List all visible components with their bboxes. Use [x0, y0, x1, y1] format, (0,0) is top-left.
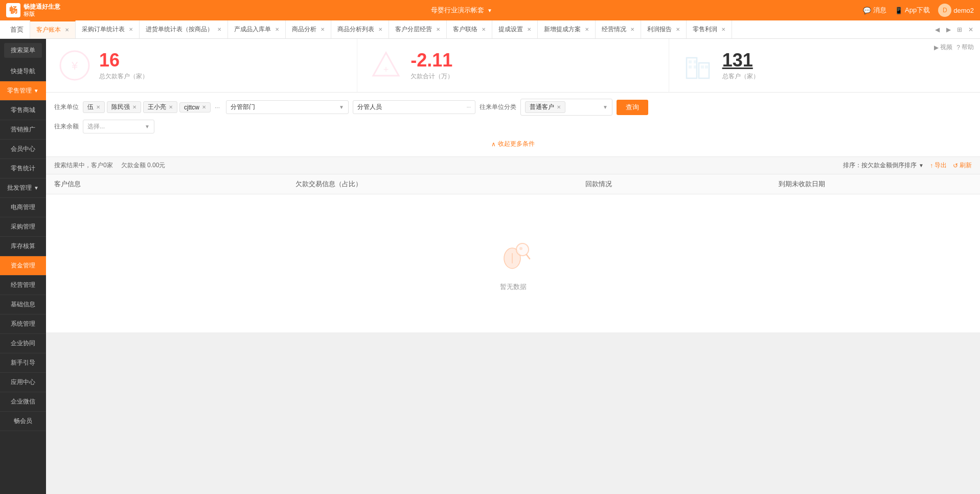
tab-close-icon[interactable]: ✕ — [321, 27, 325, 32]
sidebar-item-retail-stats[interactable]: 零售统计 — [0, 159, 46, 178]
tab-close-icon[interactable]: ✕ — [676, 27, 680, 32]
sidebar: 搜索菜单 快捷导航 零售管理 ▼ 零售商城 营销推广 会员中心 零售统计 批发管… — [0, 39, 46, 494]
sidebar-item-member-center[interactable]: 会员中心 — [0, 140, 46, 159]
message-button[interactable]: 💬 消息 — [863, 6, 886, 15]
tag-close-normal-customer[interactable]: ✕ — [557, 104, 561, 110]
tab-close-icon[interactable]: ✕ — [378, 27, 382, 32]
export-button[interactable]: ↑ 导出 — [930, 161, 947, 170]
tab-commission-settings[interactable]: 提成设置 ✕ — [492, 20, 538, 39]
tab-product-analysis[interactable]: 商品分析 ✕ — [286, 20, 331, 39]
filter-tag-wang: 王小亮 ✕ — [143, 101, 177, 113]
video-help-button[interactable]: ▶ 视频 — [934, 43, 952, 52]
tab-profit-report[interactable]: 利润报告 ✕ — [641, 20, 687, 39]
sidebar-item-newbie-guide[interactable]: 新手引导 — [0, 353, 46, 373]
workspace-selector[interactable]: 母婴行业演示帐套 ▼ — [431, 6, 492, 15]
download-icon: 📱 — [895, 7, 903, 14]
sidebar-item-retail-management[interactable]: 零售管理 ▼ — [0, 81, 46, 101]
logo-text: 畅捷通好生意 标版 — [24, 3, 60, 17]
sidebar-search-button[interactable]: 搜索菜单 — [4, 43, 42, 58]
tab-customer-contact[interactable]: 客户联络 ✕ — [447, 20, 492, 39]
chevron-down-icon: ▼ — [34, 88, 39, 94]
tab-close-icon[interactable]: ✕ — [217, 27, 221, 32]
tab-close-icon[interactable]: ✕ — [721, 27, 725, 32]
search-summary-right: 排序：按欠款金额倒序排序 ▼ ↑ 导出 ↺ 刷新 — [843, 161, 972, 170]
tab-close-icon[interactable]: ✕ — [275, 27, 279, 32]
tag-close-wang[interactable]: ✕ — [169, 104, 173, 110]
sidebar-item-retail-mall[interactable]: 零售商城 — [0, 101, 46, 120]
filter-dept-select[interactable]: 分管部门 ▼ — [226, 100, 349, 114]
filter-label-classify: 往来单位分类 — [480, 103, 516, 111]
svg-point-16 — [519, 247, 522, 250]
filter-label-balance: 往来余额 — [54, 122, 79, 131]
refresh-button[interactable]: ↺ 刷新 — [953, 161, 972, 170]
tab-prev-button[interactable]: ◀ — [932, 25, 942, 35]
sidebar-item-inventory[interactable]: 库存核算 — [0, 237, 46, 256]
tab-close-icon[interactable]: ✕ — [585, 27, 589, 32]
sidebar-item-basic-info[interactable]: 基础信息 — [0, 295, 46, 315]
sidebar-item-operation-management[interactable]: 经营管理 — [0, 276, 46, 295]
help-button[interactable]: ? 帮助 — [956, 43, 974, 52]
filter-person-select[interactable]: 分管人员 ··· — [353, 100, 475, 114]
sidebar-item-app-center[interactable]: 应用中心 — [0, 373, 46, 392]
tab-goods-stats[interactable]: 进货单统计表（按商品） ✕ — [140, 20, 228, 39]
tab-close-icon[interactable]: ✕ — [482, 27, 486, 32]
filter-row-1: 往来单位 伍 ✕ 陈民强 ✕ 王小亮 ✕ cjttcw — [54, 99, 972, 116]
stat-icon-customers: ¥ — [58, 49, 91, 82]
sidebar-item-chang-member[interactable]: 畅会员 — [0, 412, 46, 431]
sidebar-item-enterprise-collab[interactable]: 企业协同 — [0, 334, 46, 353]
tab-next-button[interactable]: ▶ — [943, 25, 953, 35]
sidebar-item-marketing[interactable]: 营销推广 — [0, 120, 46, 140]
tab-add-commission-plan[interactable]: 新增提成方案 ✕ — [538, 20, 596, 39]
tag-close-wu[interactable]: ✕ — [96, 104, 100, 110]
sidebar-item-wholesale-management[interactable]: 批发管理 ▼ — [0, 178, 46, 198]
table-container: 客户信息 欠款交易信息（占比） 回款情况 到期未收款日期 — [46, 174, 980, 332]
tab-more-button[interactable]: ⊞ — [954, 25, 965, 35]
stat-icon-building — [681, 49, 714, 82]
sidebar-item-system-management[interactable]: 系统管理 — [0, 315, 46, 334]
chevron-down-icon: ▼ — [919, 163, 924, 168]
filter-tags-classify: 普通客户 ✕ — [525, 101, 603, 113]
sidebar-item-ecommerce[interactable]: 电商管理 — [0, 198, 46, 217]
svg-rect-10 — [705, 65, 708, 69]
tab-customer-layer[interactable]: 客户分层经营 ✕ — [389, 20, 447, 39]
tab-retail-profit[interactable]: 零售利润 ✕ — [687, 20, 732, 39]
tab-purchase-order-stats[interactable]: 采购订单统计表 ✕ — [76, 20, 140, 39]
tab-close-icon[interactable]: ✕ — [527, 27, 531, 32]
query-button[interactable]: 查询 — [617, 100, 648, 115]
tag-close-chen[interactable]: ✕ — [132, 104, 136, 110]
chevron-down-icon: ▼ — [34, 185, 39, 191]
th-debt-info: 欠款交易信息（占比） — [295, 179, 585, 189]
filter-classify-select[interactable]: 普通客户 ✕ ▼ — [520, 99, 612, 116]
svg-rect-6 — [694, 60, 697, 63]
filter-tags-more[interactable]: ··· — [213, 103, 222, 112]
sidebar-item-enterprise-wechat[interactable]: 企业微信 — [0, 392, 46, 412]
empty-state: 暂无数据 — [46, 194, 980, 332]
tab-close-icon[interactable]: ✕ — [129, 27, 133, 32]
app-download-button[interactable]: 📱 App下载 — [895, 6, 930, 15]
filter-balance-select[interactable]: 选择... ▼ — [83, 120, 154, 133]
tab-close-icon[interactable]: ✕ — [436, 27, 440, 32]
tab-close-all-button[interactable]: ✕ — [966, 25, 976, 35]
sort-select[interactable]: 排序：按欠款金额倒序排序 ▼ — [843, 161, 924, 170]
sidebar-item-capital-management[interactable]: 资金管理 — [0, 256, 46, 276]
content-area: ¥ 16 总欠款客户（家） + -2.11 欠款合计（万） — [46, 39, 980, 494]
collapse-button[interactable]: ∧ 收起更多条件 — [489, 138, 537, 150]
tab-close-icon[interactable]: ✕ — [65, 27, 69, 33]
stat-card-actions: ▶ 视频 ? 帮助 — [934, 43, 974, 52]
svg-rect-4 — [699, 63, 709, 78]
stat-info-total-customers: 131 总客户（家） — [722, 50, 759, 81]
refresh-icon: ↺ — [953, 162, 958, 169]
svg-rect-5 — [689, 60, 692, 63]
tab-production-inbound[interactable]: 产成品入库单 ✕ — [228, 20, 286, 39]
filter-tag-cjttcw: cjttcw ✕ — [179, 102, 211, 113]
sidebar-item-purchase[interactable]: 采购管理 — [0, 217, 46, 237]
tab-customer-ledger[interactable]: 客户账本 ✕ — [30, 20, 76, 39]
filter-row-2: 往来余额 选择... ▼ — [54, 120, 972, 133]
tab-operation-status[interactable]: 经营情况 ✕ — [596, 20, 641, 39]
sidebar-item-quick-nav[interactable]: 快捷导航 — [0, 62, 46, 81]
tab-close-icon[interactable]: ✕ — [630, 27, 634, 32]
tab-home[interactable]: 首页 — [4, 20, 30, 39]
tag-close-cjttcw[interactable]: ✕ — [202, 104, 206, 110]
tab-product-analysis-list[interactable]: 商品分析列表 ✕ — [331, 20, 389, 39]
user-avatar[interactable]: D demo2 — [938, 4, 974, 17]
